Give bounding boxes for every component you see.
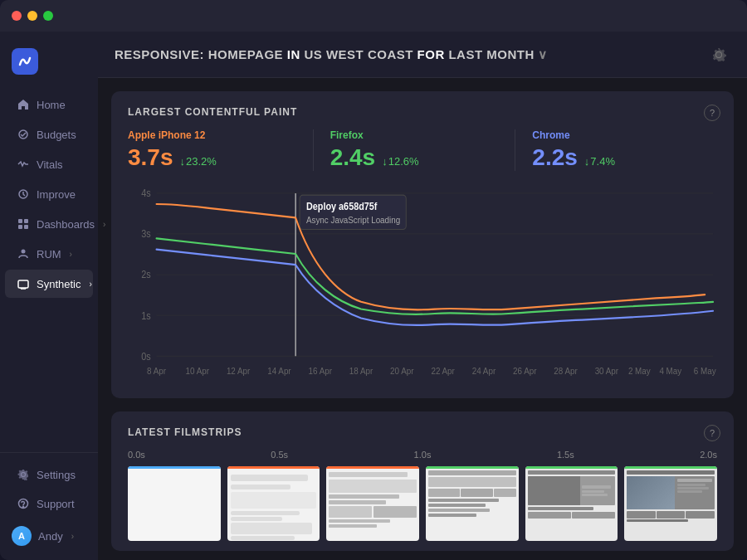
dashboards-icon — [17, 217, 30, 231]
sidebar-label-synthetic: Synthetic — [37, 278, 81, 290]
maximize-button[interactable] — [43, 11, 53, 21]
sidebar-label-improve: Improve — [37, 188, 76, 201]
time-3: 1.5s — [557, 450, 574, 460]
lcp-help-button[interactable]: ? — [704, 105, 720, 121]
svg-text:3s: 3s — [141, 229, 151, 240]
metric-firefox: Firefox 2.4s 12.6% — [313, 129, 515, 171]
traffic-lights — [12, 11, 53, 21]
sidebar-item-settings[interactable]: Settings — [5, 460, 93, 489]
firefox-device-label: Firefox — [330, 129, 499, 141]
svg-text:10 Apr: 10 Apr — [186, 367, 210, 377]
settings-icon — [17, 468, 30, 481]
filmstrips-card: LATEST FILMSTRIPS ? 0.0s 0.5s 1.0s 1.5s … — [111, 411, 734, 551]
filmstrips-card-title: LATEST FILMSTRIPS — [128, 426, 717, 438]
time-0: 0.0s — [128, 450, 145, 460]
settings-button[interactable] — [707, 43, 730, 66]
svg-text:Async JavaScript Loading: Async JavaScript Loading — [306, 215, 400, 225]
metric-iphone: Apple iPhone 12 3.7s 23.2% — [128, 129, 313, 171]
filmstrip-frame-3 — [326, 466, 419, 541]
sidebar-label-vitals: Vitals — [37, 158, 63, 171]
svg-text:12 Apr: 12 Apr — [227, 367, 251, 377]
logo-icon — [12, 48, 38, 75]
svg-rect-5 — [24, 225, 28, 229]
sidebar-label-rum: RUM — [37, 248, 61, 261]
page-header: RESPONSIVE: HOMEPAGE IN US WEST COAST FO… — [98, 32, 747, 78]
chart-svg: 4s 3s 2s 1s 0s 8 Apr 10 Apr 12 Apr 14 Ap… — [128, 184, 717, 383]
filmstrip-frame-2 — [227, 466, 320, 541]
svg-text:8 Apr: 8 Apr — [147, 367, 166, 377]
svg-rect-4 — [18, 225, 22, 229]
svg-text:22 Apr: 22 Apr — [431, 367, 455, 377]
svg-text:1s: 1s — [141, 310, 151, 321]
metrics-row: Apple iPhone 12 3.7s 23.2% Firefox 2.4s … — [128, 129, 717, 171]
filmstrip-frame-4 — [426, 466, 519, 541]
svg-text:4s: 4s — [141, 188, 151, 199]
filmstrip-timeline: 0.0s 0.5s 1.0s 1.5s 2.0s — [128, 450, 717, 460]
username: Andy — [38, 530, 63, 543]
budgets-icon — [17, 128, 30, 141]
svg-text:6 May: 6 May — [694, 367, 717, 377]
sidebar-item-vitals[interactable]: Vitals — [5, 150, 93, 178]
svg-text:2 May: 2 May — [628, 367, 652, 377]
sidebar-item-synthetic[interactable]: Synthetic › — [5, 270, 93, 298]
content-area: LARGEST CONTENTFUL PAINT ? Apple iPhone … — [98, 78, 747, 560]
sidebar-item-improve[interactable]: Improve — [5, 180, 93, 208]
home-icon — [17, 98, 30, 111]
sidebar-item-budgets[interactable]: Budgets — [5, 120, 93, 149]
title-responsive: RESPONSIVE: HOMEPAGE — [115, 47, 287, 61]
svg-rect-2 — [18, 219, 22, 223]
lcp-card-title: LARGEST CONTENTFUL PAINT — [128, 106, 717, 118]
firefox-value-row: 2.4s 12.6% — [330, 144, 499, 171]
title-location: US WEST COAST — [304, 47, 417, 61]
svg-point-6 — [22, 250, 26, 254]
vitals-icon — [17, 158, 30, 171]
filmstrips-help-button[interactable]: ? — [704, 425, 720, 441]
iphone-device-label: Apple iPhone 12 — [128, 129, 296, 141]
filmstrip-frame-5 — [525, 466, 618, 541]
close-button[interactable] — [12, 11, 22, 21]
title-in: IN — [287, 47, 305, 61]
lcp-card: LARGEST CONTENTFUL PAINT ? Apple iPhone … — [111, 91, 734, 398]
svg-rect-3 — [24, 219, 28, 223]
svg-text:14 Apr: 14 Apr — [267, 367, 291, 377]
titlebar — [0, 0, 747, 32]
support-label: Support — [37, 498, 75, 510]
minimize-button[interactable] — [27, 11, 37, 21]
avatar: A — [12, 526, 32, 546]
synthetic-chevron: › — [89, 280, 91, 289]
svg-text:26 Apr: 26 Apr — [513, 367, 537, 377]
svg-text:0s: 0s — [141, 351, 151, 362]
sidebar-item-dashboards[interactable]: Dashboards › — [5, 210, 93, 238]
chrome-value-row: 2.2s 7.4% — [532, 144, 701, 171]
filmstrip-frames — [128, 466, 717, 541]
svg-text:4 May: 4 May — [659, 367, 682, 377]
filmstrip-frame-6 — [624, 466, 717, 541]
sidebar-label-budgets: Budgets — [37, 129, 76, 141]
sidebar-label-home: Home — [37, 99, 66, 111]
sidebar: Home Budgets Vitals — [0, 32, 98, 560]
settings-label: Settings — [37, 469, 76, 481]
svg-text:Deploy a658d75f: Deploy a658d75f — [306, 201, 378, 212]
time-1: 0.5s — [271, 450, 288, 460]
time-4: 2.0s — [700, 450, 717, 460]
title-period: LAST MONTH — [448, 47, 538, 61]
chrome-device-label: Chrome — [532, 129, 701, 141]
chrome-value: 2.2s — [532, 144, 578, 171]
synthetic-icon — [17, 277, 30, 290]
page-title: RESPONSIVE: HOMEPAGE IN US WEST COAST FO… — [115, 47, 548, 62]
sidebar-item-home[interactable]: Home — [5, 90, 93, 119]
svg-text:16 Apr: 16 Apr — [309, 367, 333, 377]
sidebar-item-support[interactable]: Support — [5, 489, 93, 518]
app-window: Home Budgets Vitals — [0, 0, 747, 560]
sidebar-logo — [0, 38, 98, 90]
rum-chevron: › — [70, 250, 72, 259]
svg-text:18 Apr: 18 Apr — [349, 367, 374, 377]
firefox-value: 2.4s — [330, 144, 376, 171]
sidebar-label-dashboards: Dashboards — [37, 218, 95, 231]
user-menu[interactable]: A Andy › — [0, 519, 98, 553]
sidebar-item-rum[interactable]: RUM › — [5, 240, 93, 268]
title-for: FOR — [417, 47, 449, 61]
chrome-change: 7.4% — [584, 155, 615, 168]
support-icon — [17, 497, 30, 510]
svg-rect-7 — [18, 280, 28, 288]
